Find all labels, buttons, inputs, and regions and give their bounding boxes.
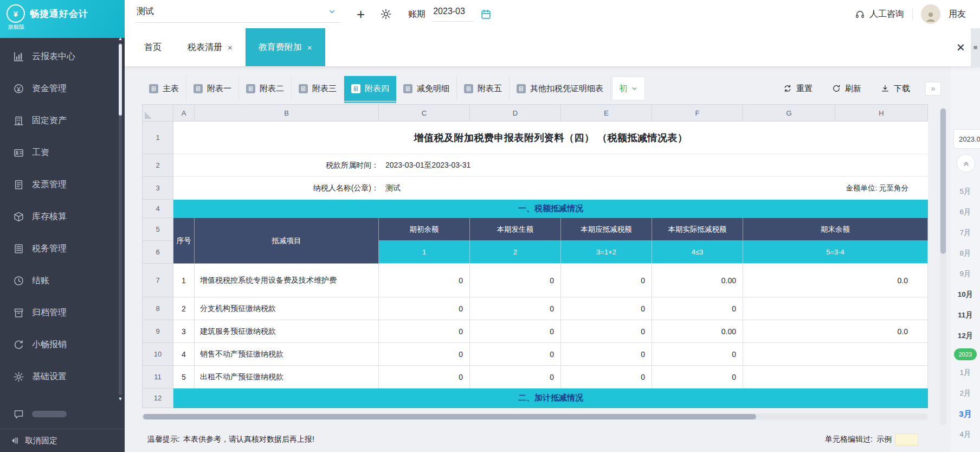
column-header-h[interactable]: H (835, 104, 928, 122)
tab-tax-forms[interactable]: 税表清册× (175, 28, 246, 66)
sidebar-item-reimburse[interactable]: 小畅报销 (0, 329, 125, 361)
horizontal-scrollbar[interactable] (142, 413, 928, 420)
row-header-12[interactable]: 12 (142, 389, 173, 408)
sidebar-item-tax[interactable]: 税务管理 (0, 233, 125, 265)
value-cell[interactable]: 0.0 (743, 320, 928, 343)
value-cell[interactable]: 0 (379, 297, 470, 320)
sidebar-item-invoice[interactable]: 发票管理 (0, 169, 125, 201)
month-item-march-active[interactable]: 3月 (959, 404, 971, 424)
sheet-tab-annex4[interactable]: 附表四 (344, 76, 396, 101)
sidebar-scroll-thumb[interactable] (119, 44, 122, 116)
row-header-2[interactable]: 2 (142, 154, 173, 177)
close-panel-button[interactable]: × (957, 28, 965, 66)
vertical-scroll-thumb[interactable] (940, 109, 946, 254)
value-cell[interactable]: 0.0 (743, 264, 928, 297)
selected-period-box[interactable]: 2023.03 (953, 129, 980, 149)
column-header-b[interactable]: B (195, 104, 379, 122)
column-header-e[interactable]: E (561, 104, 652, 122)
item-cell[interactable]: 增值税税控系统专用设备费及技术维护费 (195, 264, 379, 297)
column-header-g[interactable]: G (743, 104, 835, 122)
row-header-4[interactable]: 4 (142, 200, 173, 218)
value-cell[interactable]: 0 (379, 366, 470, 389)
value-cell[interactable]: 0 (379, 343, 470, 366)
row-header-3[interactable]: 3 (142, 177, 173, 200)
value-cell[interactable]: 0 (470, 320, 561, 343)
scroll-down-arrow-icon[interactable]: ▼ (118, 396, 123, 402)
sidebar-item-payroll[interactable]: 工资 (0, 137, 125, 169)
value-cell[interactable]: 0 (379, 320, 470, 343)
sidebar-item-inventory[interactable]: 库存核算 (0, 201, 125, 233)
value-cell[interactable]: 0 (470, 343, 561, 366)
value-cell[interactable]: 0 (470, 297, 561, 320)
month-item-december[interactable]: 12月 (958, 326, 973, 346)
value-cell[interactable]: 0 (561, 297, 652, 320)
month-item-september[interactable]: 9月 (959, 264, 971, 284)
sidebar-item-partial[interactable] (0, 404, 125, 429)
horizontal-scroll-thumb[interactable] (143, 414, 756, 419)
user-menu[interactable]: 用友 (949, 9, 966, 20)
live-support-button[interactable]: 人工咨询 (855, 9, 904, 20)
row-header-10[interactable]: 10 (142, 343, 173, 366)
month-item-may[interactable]: 5月 (959, 181, 971, 202)
sidebar-item-cloud-report[interactable]: 云报表中心 (0, 41, 125, 73)
vertical-scrollbar[interactable] (940, 107, 946, 425)
value-cell[interactable]: 0 (561, 343, 652, 366)
value-cell[interactable]: 0.00 (652, 320, 743, 343)
value-cell[interactable]: 0 (470, 264, 561, 297)
sidebar-item-fixed-assets[interactable]: 固定资产 (0, 105, 125, 137)
value-cell[interactable]: 0 (561, 366, 652, 389)
item-cell[interactable]: 出租不动产预征缴纳税款 (195, 366, 379, 389)
scroll-up-arrow-icon[interactable]: ▲ (118, 36, 123, 42)
tab-education-surcharge[interactable]: 教育费附加× (246, 28, 325, 66)
month-item-july[interactable]: 7月 (959, 222, 971, 243)
value-cell[interactable]: 0 (652, 343, 743, 366)
taxpayer-value[interactable]: 测试 (379, 177, 743, 200)
sidebar-item-funds[interactable]: 资金管理 (0, 73, 125, 105)
tab-list-button[interactable]: ≡ (971, 28, 980, 66)
sidebar-item-archive[interactable]: 归档管理 (0, 297, 125, 329)
download-button[interactable]: 下载 (881, 84, 910, 94)
row-header-5[interactable]: 5 (142, 218, 173, 241)
year-badge[interactable]: 2023 (954, 348, 977, 360)
sheet-tab-annex3[interactable]: 附表三 (292, 76, 344, 101)
sheet-tab-annex5[interactable]: 附表五 (457, 76, 510, 101)
sidebar-item-closing[interactable]: 结账 (0, 265, 125, 297)
month-item-november[interactable]: 11月 (958, 305, 973, 326)
refresh-button[interactable]: 刷新 (832, 84, 861, 94)
month-item-january[interactable]: 1月 (959, 362, 971, 383)
month-item-february[interactable]: 2月 (959, 383, 971, 404)
row-header-1[interactable]: 1 (142, 122, 173, 154)
settings-gear-button[interactable] (380, 8, 392, 20)
company-select[interactable]: 测试 (136, 6, 340, 23)
column-header-f[interactable]: F (652, 104, 743, 122)
tax-period-value[interactable]: 2023-03-01至2023-03-31 (379, 154, 928, 177)
value-cell[interactable]: 0 (652, 297, 743, 320)
value-cell[interactable]: 0 (561, 320, 652, 343)
value-cell[interactable]: 0 (561, 264, 652, 297)
select-all-corner[interactable] (142, 104, 173, 122)
row-header-11[interactable]: 11 (142, 366, 173, 389)
unpin-sidebar-button[interactable]: 取消固定 (0, 429, 125, 452)
column-header-d[interactable]: D (470, 104, 561, 122)
close-icon[interactable]: × (307, 43, 312, 52)
column-header-c[interactable]: C (379, 104, 470, 122)
item-cell[interactable]: 销售不动产预征缴纳税款 (195, 343, 379, 366)
scroll-to-top-button[interactable] (957, 154, 975, 173)
period-value[interactable]: 2023-03 (432, 7, 474, 22)
sidebar-item-settings[interactable]: 基础设置 (0, 361, 125, 393)
period-dropdown[interactable]: 初 (612, 77, 645, 100)
expand-panel-button[interactable]: » (925, 82, 941, 96)
value-cell[interactable]: 0 (652, 366, 743, 389)
value-cell[interactable] (743, 297, 928, 320)
row-header-6[interactable]: 6 (142, 241, 173, 264)
month-item-june[interactable]: 6月 (959, 202, 971, 222)
sheet-tab-other-voucher-detail[interactable]: 其他扣税凭证明细表 (510, 76, 611, 101)
sheet-tab-annex1[interactable]: 附表一 (186, 76, 239, 101)
add-account-button[interactable]: + (357, 7, 365, 21)
row-header-9[interactable]: 9 (142, 320, 173, 343)
value-cell[interactable]: 0 (470, 366, 561, 389)
row-header-8[interactable]: 8 (142, 297, 173, 320)
item-cell[interactable]: 建筑服务预征缴纳税款 (195, 320, 379, 343)
sidebar-scrollbar[interactable]: ▲ ▼ (117, 36, 124, 402)
item-cell[interactable]: 分支机构预征缴纳税款 (195, 297, 379, 320)
